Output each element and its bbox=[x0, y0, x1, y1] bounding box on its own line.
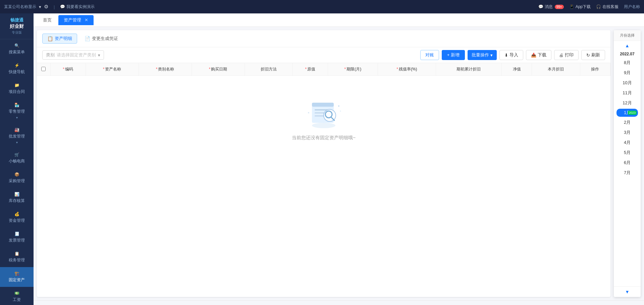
sidebar-item-ecommerce[interactable]: 🛒 小畅电商 bbox=[0, 148, 34, 168]
finance-icon: 💰 bbox=[14, 212, 19, 216]
col-depreciation-method: 折旧方法 bbox=[245, 63, 292, 76]
svg-point-10 bbox=[340, 111, 341, 112]
asset-icon: 🏗️ bbox=[14, 271, 19, 276]
sub-tab-voucher[interactable]: 📄 变更生成凭证 bbox=[80, 34, 123, 43]
sidebar-item-inventory[interactable]: 📊 库存核算 bbox=[0, 188, 34, 208]
svg-point-9 bbox=[338, 105, 339, 107]
content-area: 首页 资产管理 ✕ 📋 资产明细 📄 变更生成凭证 bbox=[34, 13, 644, 305]
online-service-group[interactable]: 🎧 在线客服 bbox=[596, 4, 619, 10]
chevron-down-icon: ▾ bbox=[16, 116, 18, 119]
asset-table-wrapper: *编码 *资产名称 *类别名称 *购买日期 折旧方法 *原值 *期限(月) *残… bbox=[37, 63, 610, 297]
sidebar-item-wholesale[interactable]: 🏭 批发管理 ▾ bbox=[0, 123, 34, 148]
refresh-button[interactable]: ↻ 刷新 bbox=[581, 50, 605, 60]
svg-rect-2 bbox=[312, 103, 334, 107]
sidebar-item-finance[interactable]: 💰 资金管理 bbox=[0, 208, 34, 227]
month-nav-up[interactable]: ▲ bbox=[614, 41, 641, 50]
import-button[interactable]: ⬇ 导入 bbox=[499, 50, 523, 60]
col-name: *资产名称 bbox=[86, 63, 139, 76]
month-item-6[interactable]: 6月 bbox=[614, 158, 641, 168]
month-item-2[interactable]: 2月 bbox=[614, 117, 641, 128]
message-badge: 99+ bbox=[555, 5, 564, 9]
month-nav-up-btn[interactable]: ▲ bbox=[623, 42, 632, 49]
month-item-9[interactable]: 9月 bbox=[614, 68, 641, 78]
month-item-8[interactable]: 8月 bbox=[614, 58, 641, 68]
purchase-icon: 📦 bbox=[14, 172, 19, 177]
svg-point-0 bbox=[312, 123, 335, 128]
select-all-checkbox[interactable] bbox=[41, 67, 46, 71]
nav-icon: ⚡ bbox=[14, 63, 19, 68]
month-panel-footer: ▾ bbox=[614, 286, 641, 297]
svg-rect-4 bbox=[315, 112, 325, 113]
tab-asset-management[interactable]: 资产管理 ✕ bbox=[58, 15, 94, 25]
app-name: 畅捷通 好业财 bbox=[3, 17, 31, 30]
top-bar-left: 某某公司名称显示 ▾ ⚙ | 💬 我要看实例演示 bbox=[4, 4, 95, 10]
month-item-1[interactable]: 1月 2023 bbox=[616, 109, 638, 117]
reconcile-button[interactable]: 对账 bbox=[420, 50, 439, 60]
sub-tab-asset-detail[interactable]: 📋 资产明细 bbox=[42, 34, 77, 44]
top-bar: 某某公司名称显示 ▾ ⚙ | 💬 我要看实例演示 💬 消息 99+ 📱 App下… bbox=[0, 0, 644, 13]
empty-state: 当前您还没有固定资产明细哦~ bbox=[37, 76, 610, 161]
month-item-11[interactable]: 11月 bbox=[614, 88, 641, 98]
add-button[interactable]: + 新增 bbox=[442, 50, 465, 60]
main-panel: 📋 资产明细 📄 变更生成凭证 类别 请选择固定资产类别 ▾ bbox=[37, 30, 610, 297]
tab-bar: 首页 资产管理 ✕ bbox=[34, 13, 644, 27]
sidebar-item-salary[interactable]: 💵 工资 bbox=[0, 287, 34, 305]
month-panel: 月份选择 ▲ 2022.07 8月 9月 10月 11月 12月 1月 2023 bbox=[614, 30, 641, 297]
tab-close-icon[interactable]: ✕ bbox=[85, 17, 88, 22]
headset-icon: 🎧 bbox=[596, 4, 601, 9]
category-filter[interactable]: 类别 请选择固定资产类别 ▾ bbox=[42, 50, 104, 60]
message-group[interactable]: 💬 消息 99+ bbox=[538, 4, 564, 10]
select-all-header[interactable] bbox=[37, 63, 50, 76]
col-purchase-date: *购买日期 bbox=[192, 63, 245, 76]
tab-home[interactable]: 首页 bbox=[38, 15, 57, 25]
chevron-down-icon: ▾ bbox=[16, 141, 18, 144]
month-item-7[interactable]: 7月 bbox=[614, 168, 641, 178]
print-button[interactable]: 🖨 打印 bbox=[554, 50, 579, 60]
app-download-group[interactable]: 📱 App下载 bbox=[569, 4, 591, 10]
sidebar-item-tax[interactable]: 📋 税务管理 bbox=[0, 247, 34, 267]
project-icon: 📁 bbox=[14, 83, 19, 88]
sidebar-item-invoice[interactable]: 🧾 发票管理 bbox=[0, 227, 34, 247]
message-icon: 💬 bbox=[538, 4, 543, 9]
month-item-10[interactable]: 10月 bbox=[614, 78, 641, 88]
demo-link[interactable]: 💬 我要看实例演示 bbox=[60, 4, 95, 10]
download-button[interactable]: 📥 下载 bbox=[526, 50, 551, 60]
month-item-5[interactable]: 5月 bbox=[614, 148, 641, 158]
month-item-4[interactable]: 4月 bbox=[614, 138, 641, 148]
sidebar-item-purchase[interactable]: 📦 采购管理 bbox=[0, 168, 34, 188]
current-year-display: 2022.07 bbox=[614, 50, 641, 58]
col-net-value: 净值 bbox=[501, 63, 532, 76]
company-name: 某某公司名称显示 bbox=[4, 4, 36, 10]
sidebar-item-project[interactable]: 📁 项目合同 bbox=[0, 79, 34, 99]
demo-icon: 💬 bbox=[60, 4, 65, 9]
retail-icon: 🏪 bbox=[14, 103, 19, 107]
print-icon: 🖨 bbox=[559, 53, 564, 58]
col-accumulated: 期初累计折旧 bbox=[436, 63, 501, 76]
col-operation: 操作 bbox=[580, 63, 610, 76]
bottom-scrollbar[interactable] bbox=[34, 300, 644, 305]
sidebar-item-search[interactable]: 🔍 搜索菜单 bbox=[0, 39, 34, 59]
salary-icon: 💵 bbox=[14, 291, 19, 296]
app-edition: 专业版 bbox=[3, 30, 31, 35]
ecommerce-icon: 🛒 bbox=[14, 152, 19, 157]
month-nav-down-btn[interactable]: ▾ bbox=[626, 289, 629, 295]
top-bar-right: 💬 消息 99+ 📱 App下载 🎧 在线客服 用户名称 bbox=[538, 4, 640, 10]
wholesale-icon: 🏭 bbox=[14, 128, 19, 132]
company-dropdown[interactable]: ▾ bbox=[39, 4, 41, 9]
empty-illustration bbox=[304, 96, 344, 130]
svg-point-11 bbox=[308, 112, 309, 113]
toolbar: 类别 请选择固定资产类别 ▾ 对账 + 新增 批量操作 ▾ ⬇ 导入 bbox=[37, 47, 610, 63]
sidebar-item-retail[interactable]: 🏪 零售管理 ▾ bbox=[0, 99, 34, 123]
batch-button[interactable]: 批量操作 ▾ bbox=[468, 50, 497, 60]
chevron-down-icon: ▾ bbox=[490, 53, 493, 58]
col-period: *期限(月) bbox=[328, 63, 378, 76]
col-monthly: 本月折旧 bbox=[532, 63, 580, 76]
settings-icon[interactable]: ⚙ bbox=[44, 4, 48, 10]
sidebar-item-fixed-asset[interactable]: 🏗️ 固定资产 bbox=[0, 267, 34, 287]
sidebar-item-quick-nav[interactable]: ⚡ 快捷导航 bbox=[0, 59, 34, 79]
col-original-value: *原值 bbox=[292, 63, 328, 76]
user-info: 用户名称 bbox=[624, 4, 640, 10]
dropdown-arrow-icon: ▾ bbox=[98, 53, 100, 58]
month-item-3[interactable]: 3月 bbox=[614, 128, 641, 138]
month-item-12[interactable]: 12月 bbox=[614, 98, 641, 108]
